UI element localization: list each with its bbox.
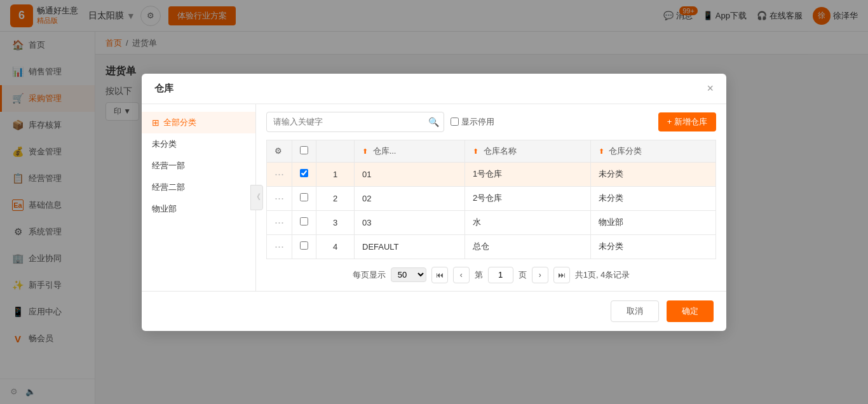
row-index: 3 [316,210,355,234]
table-row[interactable]: ··· 1 01 1号仓库 未分类 [267,162,716,186]
show-disabled-checkbox[interactable] [451,118,459,126]
sort-code-icon: ⬆ [362,147,368,155]
next-page-button[interactable]: › [532,267,548,283]
row-index: 4 [316,234,355,259]
row-name: 1号仓库 [465,162,590,186]
row-dots[interactable]: ··· [267,210,292,234]
grid-icon: ⊞ [152,118,159,128]
tree-item-ops1[interactable]: 经营一部 [142,155,255,177]
pagination: 每页显示 50 10 20 100 ⏮ ‹ 第 页 › ⏭ 共1页, 4条记录 [266,267,716,283]
row-name: 水 [465,210,590,234]
th-category[interactable]: ⬆ 仓库分类 [590,140,715,162]
row-name: 总仓 [465,234,590,259]
table-panel: 🔍 显示停用 + 新增仓库 ⚙ [256,104,726,291]
row-index: 1 [316,162,355,186]
search-icon[interactable]: 🔍 [428,117,439,127]
last-page-button[interactable]: ⏭ [553,267,570,283]
th-name[interactable]: ⬆ 仓库名称 [465,140,590,162]
row-check[interactable] [292,234,316,259]
tree-item-property-label: 物业部 [152,203,177,215]
modal-body: ⊞ 全部分类 未分类 经营一部 经营二部 物业部 《 [142,104,726,291]
per-page-label: 每页显示 [353,269,386,281]
show-disabled-toggle[interactable]: 显示停用 [451,116,494,128]
table-toolbar: 🔍 显示停用 + 新增仓库 [266,112,716,132]
prev-page-button[interactable]: ‹ [453,267,470,283]
table-body: ··· 1 01 1号仓库 未分类 ··· 2 02 2号仓库 未分类 ··· … [267,162,716,259]
table-row[interactable]: ··· 4 DEFAULT 总仓 未分类 [267,234,716,259]
modal-footer: 取消 确定 [142,291,726,331]
search-input-wrap: 🔍 [266,112,444,132]
tree-item-ops2[interactable]: 经营二部 [142,177,255,198]
sort-category-icon: ⬆ [599,147,604,155]
tree-item-ops1-label: 经营一部 [152,160,185,172]
row-code: 03 [355,210,465,234]
tree-item-property[interactable]: 物业部 [142,198,255,220]
row-name: 2号仓库 [465,186,590,210]
tree-panel: ⊞ 全部分类 未分类 经营一部 经营二部 物业部 《 [142,104,256,291]
sort-name-icon: ⬆ [473,147,478,155]
row-category: 未分类 [590,234,715,259]
modal-title: 仓库 [154,83,173,95]
row-code: 02 [355,186,465,210]
row-dots[interactable]: ··· [267,186,292,210]
row-index: 2 [316,186,355,210]
modal-overlay: 仓库 × ⊞ 全部分类 未分类 经营一部 经营二部 [0,0,868,404]
tree-item-ops2-label: 经营二部 [152,182,185,193]
table-row[interactable]: ··· 2 02 2号仓库 未分类 [267,186,716,210]
row-check[interactable] [292,186,316,210]
page-label: 第 [475,269,483,281]
tree-item-uncategorized-label: 未分类 [152,138,177,150]
confirm-button[interactable]: 确定 [667,300,714,322]
row-check[interactable] [292,162,316,186]
th-check[interactable] [292,140,316,162]
th-gear[interactable]: ⚙ [267,140,292,162]
tree-item-all-label: 全部分类 [163,117,196,128]
modal-close-button[interactable]: × [707,83,714,94]
tree-collapse-button[interactable]: 《 [250,185,263,210]
modal-header: 仓库 × [142,74,726,104]
th-code[interactable]: ⬆ 仓库... [355,140,465,162]
warehouse-table: ⚙ ⬆ 仓库... ⬆ 仓库名称 [266,140,716,259]
th-index [316,140,355,162]
row-code: 01 [355,162,465,186]
tree-item-all[interactable]: ⊞ 全部分类 [142,112,255,133]
row-category: 未分类 [590,186,715,210]
cancel-button[interactable]: 取消 [611,300,659,322]
table-row[interactable]: ··· 3 03 水 物业部 [267,210,716,234]
row-code: DEFAULT [355,234,465,259]
tree-item-uncategorized[interactable]: 未分类 [142,133,255,155]
per-page-select[interactable]: 50 10 20 100 [391,267,426,282]
add-warehouse-button[interactable]: + 新增仓库 [658,112,716,131]
row-check[interactable] [292,210,316,234]
row-dots[interactable]: ··· [267,162,292,186]
table-header-row: ⚙ ⬆ 仓库... ⬆ 仓库名称 [267,140,716,162]
first-page-button[interactable]: ⏮ [431,267,448,283]
page-unit: 页 [519,269,527,281]
row-category: 物业部 [590,210,715,234]
pagination-summary: 共1页, 4条记录 [575,269,630,281]
warehouse-modal: 仓库 × ⊞ 全部分类 未分类 经营一部 经营二部 [142,74,726,331]
select-all-checkbox[interactable] [300,146,308,154]
row-dots[interactable]: ··· [267,234,292,259]
row-category: 未分类 [590,162,715,186]
search-input[interactable] [266,112,444,132]
page-number-input[interactable] [488,267,513,283]
